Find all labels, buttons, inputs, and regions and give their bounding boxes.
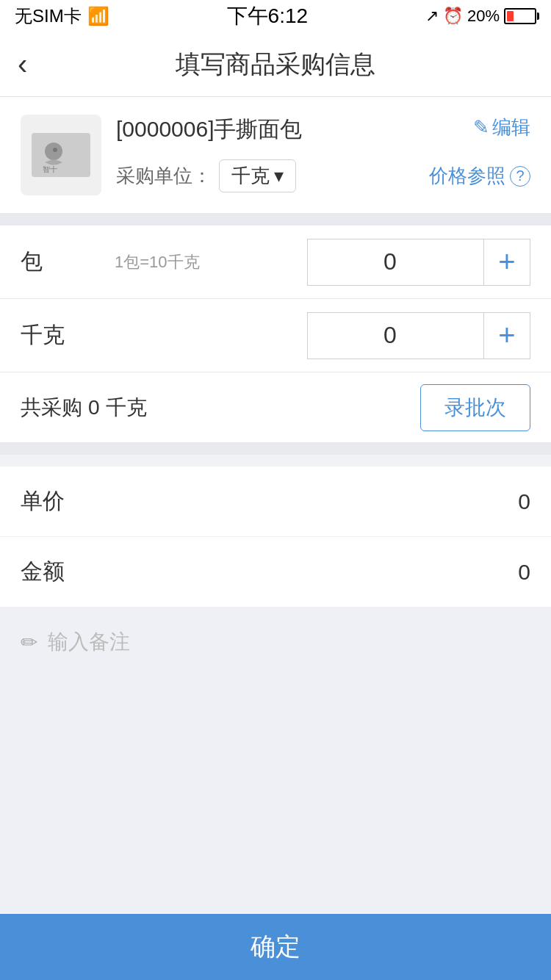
unit-value: 千克	[231, 163, 270, 189]
total-row: 共采购 0 千克 录批次	[0, 372, 551, 443]
edit-button[interactable]: ✎ 编辑	[473, 115, 530, 140]
svg-text:智十: 智十	[43, 165, 57, 173]
alarm-icon: ⏰	[443, 7, 463, 26]
total-amount: 0	[88, 396, 100, 419]
bag-input-row: 包 1包=10千克 +	[0, 226, 551, 299]
bag-plus-button[interactable]: +	[483, 239, 530, 286]
product-image: 智十	[21, 115, 101, 195]
total-text: 共采购 0 千克	[21, 394, 147, 422]
note-section[interactable]: ✏ 输入备注	[0, 608, 551, 677]
record-batch-button[interactable]: 录批次	[420, 384, 530, 431]
product-thumbnail: 智十	[32, 133, 90, 177]
unit-price-label: 单价	[21, 486, 65, 516]
section-divider-2	[0, 443, 551, 455]
input-section: 包 1包=10千克 + 千克 + 共采购 0 千克 录批次	[0, 226, 551, 443]
edit-icon: ✎	[473, 116, 489, 139]
price-section: 单价 0 金额 0	[0, 466, 551, 608]
wifi-icon: 📶	[87, 6, 109, 26]
unit-label: 采购单位：	[116, 163, 212, 189]
product-card: 智十 [0000006]手撕面包 ✎ 编辑 采购单位： 千克 ▾ 价格参照 ?	[0, 97, 551, 214]
kg-label: 千克	[21, 320, 109, 350]
kg-quantity-input[interactable]	[307, 312, 483, 359]
bag-label: 包	[21, 247, 109, 277]
content-area	[0, 677, 551, 912]
status-time: 下午6:12	[227, 2, 309, 30]
amount-value: 0	[518, 560, 530, 585]
page-title: 填写商品采购信息	[176, 48, 375, 82]
carrier-text: 无SIM卡	[15, 4, 82, 28]
product-info: [0000006]手撕面包 ✎ 编辑 采购单位： 千克 ▾ 价格参照 ?	[116, 115, 530, 192]
section-divider-1	[0, 214, 551, 226]
battery-icon	[504, 8, 536, 24]
bag-input-right: +	[307, 239, 530, 286]
kg-input-right: +	[307, 312, 530, 359]
product-unit-row: 采购单位： 千克 ▾ 价格参照 ?	[116, 159, 530, 192]
svg-point-1	[53, 148, 57, 152]
kg-plus-button[interactable]: +	[483, 312, 530, 359]
status-bar: 无SIM卡 📶 下午6:12 ↗ ⏰ 20%	[0, 0, 551, 32]
unit-select[interactable]: 千克 ▾	[219, 159, 296, 192]
battery-percent: 20%	[467, 7, 500, 26]
nav-bar: ‹ 填写商品采购信息	[0, 32, 551, 97]
dropdown-arrow-icon: ▾	[274, 165, 284, 187]
note-placeholder: 输入备注	[48, 628, 130, 656]
status-right: ↗ ⏰ 20%	[425, 7, 536, 26]
kg-input-row: 千克 +	[0, 299, 551, 372]
amount-row: 金额 0	[0, 537, 551, 608]
price-ref-label: 价格参照	[429, 163, 505, 189]
total-unit: 千克	[106, 394, 147, 422]
amount-label: 金额	[21, 557, 65, 587]
location-icon: ↗	[425, 7, 439, 26]
product-name: [0000006]手撕面包	[116, 115, 302, 145]
product-header: [0000006]手撕面包 ✎ 编辑	[116, 115, 530, 145]
bag-quantity-input[interactable]	[307, 239, 483, 286]
unit-price-value: 0	[518, 489, 530, 514]
total-prefix: 共采购	[21, 394, 82, 422]
confirm-button[interactable]: 确定	[0, 914, 551, 980]
unit-price-row: 单价 0	[0, 466, 551, 537]
edit-label: 编辑	[492, 115, 530, 140]
pencil-icon: ✏	[21, 630, 37, 655]
price-ref-help-icon: ?	[510, 166, 530, 187]
bag-sublabel: 1包=10千克	[115, 251, 200, 273]
price-ref-button[interactable]: 价格参照 ?	[429, 163, 530, 189]
back-button[interactable]: ‹	[18, 48, 27, 81]
status-left: 无SIM卡 📶	[15, 4, 109, 28]
